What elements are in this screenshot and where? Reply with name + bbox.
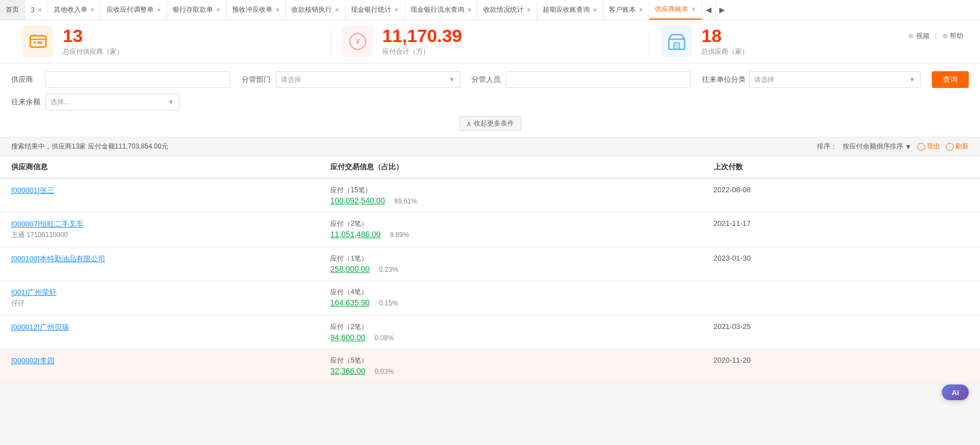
close-overdue-ar[interactable]: ✕ xyxy=(593,7,597,13)
last-pay-date: 2022-08-08 xyxy=(714,186,751,194)
supplier-name-link[interactable]: [000012]广州贝瑞 xyxy=(11,322,330,332)
nav-item-cash-bank-stat[interactable]: 现金银行统计 ✕ xyxy=(345,0,405,20)
close-receipt-stat[interactable]: ✕ xyxy=(526,7,531,13)
supplier-name-link[interactable]: [000007]恒旺二手叉车 xyxy=(11,219,330,229)
transaction-cell: 应付（1笔） 258,000.00 0.23% xyxy=(330,254,713,274)
supplier-sub-info: 王通 17106110000 xyxy=(11,230,330,240)
trans-amount[interactable]: 32,366.00 xyxy=(330,367,365,376)
collapse-button[interactable]: ∧ 收起更多条件 xyxy=(459,116,521,131)
trans-amount[interactable]: 164,635.90 xyxy=(330,298,369,307)
balance-select[interactable]: 选择... ▼ xyxy=(45,94,179,110)
help-link[interactable]: ⊙ 帮助 xyxy=(942,31,963,41)
trans-amount[interactable]: 258,000.00 xyxy=(330,265,369,274)
transaction-cell: 应付（5笔） 32,366.00 0.03% xyxy=(330,356,713,376)
nav-item-receipt-stat[interactable]: 收款情况统计 ✕ xyxy=(478,0,537,20)
close-ar-ap-adjust[interactable]: ✕ xyxy=(156,7,161,13)
table-row: [000100]本特勤油品有限公司 应付（1笔） 258,000.00 0.23… xyxy=(0,247,980,281)
nav-label-overdue-ar: 超期应收账查询 xyxy=(543,5,590,15)
trans-amount[interactable]: 100,092,540.00 xyxy=(330,196,385,205)
col-header-supplier: 供应商信息 xyxy=(11,162,330,172)
sort-label: 排序： xyxy=(817,142,837,151)
sort-option-label: 按应付余额倒序排序 xyxy=(843,142,903,151)
trans-row: 164,635.90 0.15% xyxy=(330,297,713,307)
table-row: [000002]李四 应付（5笔） 32,366.00 0.03% 2020-1… xyxy=(0,349,980,383)
lastpay-cell: 2021-03-25 xyxy=(714,322,969,331)
close-cash-bank-stat[interactable]: ✕ xyxy=(394,7,399,13)
close-supplier-ledger[interactable]: ✕ xyxy=(691,6,696,12)
nav-item-bank-deposit[interactable]: 银行存取款单 ✕ xyxy=(167,0,226,20)
stat-label-payable: 应付合计（万） xyxy=(382,47,462,57)
dept-filter-label: 分管部门 xyxy=(242,75,272,85)
supplier-name-link[interactable]: [000100]本特勤油品有限公司 xyxy=(11,254,330,264)
supplier-name-link[interactable]: [001]广州荣轩 xyxy=(11,288,330,298)
transaction-cell: 应付（4笔） 164,635.90 0.15% xyxy=(330,288,713,307)
table: 供应商信息 应付交易信息（占比） 上次付数 [000001]张三 应付（15笔）… xyxy=(0,156,980,383)
nav-label-receipt-stat: 收款情况统计 xyxy=(483,5,524,15)
supplier-icon xyxy=(22,26,54,57)
stat-number-total: 18 xyxy=(701,27,748,45)
stat-block-payable: ¥ 11,170.39 应付合计（万） xyxy=(331,26,650,57)
sort-area: 排序： 按应付余额倒序排序 ▼ 导出 刷新 xyxy=(817,142,969,151)
supplier-name-link[interactable]: [000001]张三 xyxy=(11,186,330,196)
nav-item-other-income[interactable]: 其他收入单 ✕ xyxy=(48,0,101,20)
nav-item-prepay-ar[interactable]: 预收冲应收单 ✕ xyxy=(226,0,286,20)
nav-item-home[interactable]: 首页 xyxy=(0,0,25,20)
nav-prev[interactable]: ◀ xyxy=(702,0,715,20)
supplier-dots: ... xyxy=(50,76,59,84)
close-payment-verify[interactable]: ✕ xyxy=(335,7,339,13)
close-prepay-ar[interactable]: ✕ xyxy=(275,7,280,13)
filter-row-1: 供应商 ... 分管部门 请选择 ▼ 分管人员 ... 往来单位分类 请选择 ▼ xyxy=(11,71,969,88)
filter-category: 往来单位分类 请选择 ▼ xyxy=(702,71,921,88)
nav-item-payment-verify[interactable]: 收款核销执行 ✕ xyxy=(286,0,345,20)
close-tab3[interactable]: ✕ xyxy=(38,7,42,13)
nav-item-overdue-ar[interactable]: 超期应收账查询 ✕ xyxy=(537,0,603,20)
nav-item-customer-ledger[interactable]: 客户账本 ✕ xyxy=(603,0,649,20)
category-select[interactable]: 请选择 ▼ xyxy=(749,71,921,88)
trans-pct: 9.89% xyxy=(386,231,409,239)
close-customer-ledger[interactable]: ✕ xyxy=(639,7,643,13)
nav-item-tab3[interactable]: 3 ✕ xyxy=(25,0,48,20)
nav-item-supplier-ledger[interactable]: 供应商账本 ✕ xyxy=(649,0,702,20)
collapse-label: 收起更多条件 xyxy=(474,119,514,128)
person-input[interactable]: ... xyxy=(506,71,691,88)
transaction-cell: 应付（2笔） 11,051,486.00 9.89% xyxy=(330,219,713,239)
nav-item-ar-ap-adjust[interactable]: 应收应付调整单 ✕ xyxy=(101,0,167,20)
supplier-cell: [000001]张三 xyxy=(11,186,330,196)
supplier-name-link[interactable]: [000002]李四 xyxy=(11,356,330,366)
dept-placeholder: 请选择 xyxy=(281,75,301,85)
col-header-lastpay: 上次付数 xyxy=(714,162,969,172)
trans-amount[interactable]: 94,600.00 xyxy=(330,333,365,342)
nav-label-payment-verify: 收款核销执行 xyxy=(292,5,332,15)
trans-amount[interactable]: 11,051,486.00 xyxy=(330,230,381,239)
close-other-income[interactable]: ✕ xyxy=(90,7,95,13)
sort-button[interactable]: 按应付余额倒序排序 ▼ xyxy=(843,142,912,151)
export-button[interactable]: 导出 xyxy=(917,142,940,151)
close-bank-deposit[interactable]: ✕ xyxy=(216,7,220,13)
nav-label-cash-flow: 现金银行流水查询 xyxy=(410,5,464,15)
supplier-cell: [000100]本特勤油品有限公司 xyxy=(11,254,330,264)
svg-rect-2 xyxy=(38,41,42,44)
nav-item-cash-flow[interactable]: 现金银行流水查询 ✕ xyxy=(405,0,478,20)
person-dots: ... xyxy=(511,76,520,84)
trans-pct: 0.23% xyxy=(375,266,398,274)
payable-icon: ¥ xyxy=(342,26,373,57)
supplier-cell: [000002]李四 xyxy=(11,356,330,366)
filter-person: 分管人员 ... xyxy=(471,71,691,88)
nav-next[interactable]: ▶ xyxy=(715,0,729,20)
sort-chevron: ▼ xyxy=(905,143,912,151)
supplier-cell: [000012]广州贝瑞 xyxy=(11,322,330,332)
category-chevron: ▼ xyxy=(909,76,916,84)
filter-supplier: 供应商 ... xyxy=(11,71,230,88)
store-icon xyxy=(661,26,692,57)
nav-bar: 首页 3 ✕ 其他收入单 ✕ 应收应付调整单 ✕ 银行存取款单 ✕ 预收冲应收单… xyxy=(0,0,980,20)
close-cash-flow[interactable]: ✕ xyxy=(467,7,471,13)
refresh-button[interactable]: 刷新 xyxy=(946,142,969,151)
video-link[interactable]: ⊙ 视频 xyxy=(908,31,929,41)
category-placeholder: 请选择 xyxy=(754,75,774,85)
balance-filter-label: 往来余额 xyxy=(11,97,42,107)
supplier-input[interactable]: ... xyxy=(45,71,230,88)
search-button[interactable]: 查询 xyxy=(932,71,969,88)
trans-label: 应付（2笔） xyxy=(330,322,713,332)
stat-label-total: 总供应商（家） xyxy=(701,47,748,57)
dept-select[interactable]: 请选择 ▼ xyxy=(276,71,461,88)
